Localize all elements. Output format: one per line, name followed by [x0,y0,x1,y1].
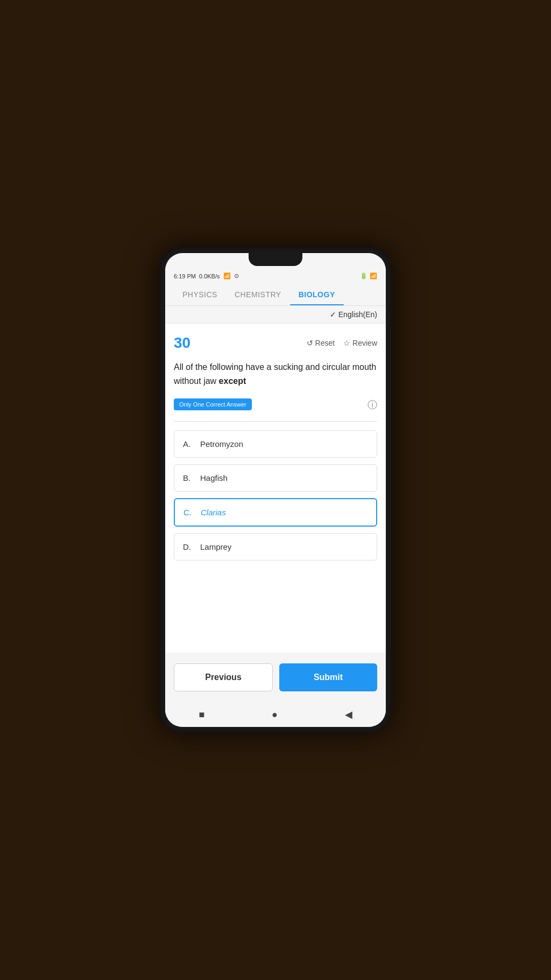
tab-physics[interactable]: PHYSICS [174,284,226,305]
status-left: 6:19 PM 0.0KB/s 📶 ⊙ [174,272,239,279]
question-text-part1: All of the following have a sucking and … [174,362,376,386]
option-d[interactable]: D. Lamprey [174,533,377,561]
reset-icon: ↺ [307,339,313,347]
battery-icon: 🔋 [360,272,368,279]
option-a-text: Petromyzon [200,439,243,449]
submit-button[interactable]: Submit [279,663,377,691]
language-selector[interactable]: ✓ English(En) [330,310,377,319]
main-content: 30 ↺ Reset ☆ Review All of the following… [165,324,386,653]
tab-chemistry[interactable]: CHEMISTRY [226,284,290,305]
signal-icon: 📶 [370,272,377,279]
home-icon[interactable]: ● [272,709,278,720]
reset-button[interactable]: ↺ Reset [307,339,335,347]
option-c-text: Clarias [201,508,226,517]
star-icon: ☆ [343,339,350,347]
previous-button[interactable]: Previous [174,663,273,691]
stop-icon[interactable]: ■ [199,709,204,720]
question-number: 30 [174,334,190,352]
bottom-actions: Previous Submit [165,653,386,702]
divider [174,421,377,422]
wifi-icon: 📶 [223,272,231,279]
language-bar: ✓ English(En) [165,306,386,324]
phone-screen: 6:19 PM 0.0KB/s 📶 ⊙ 🔋 📶 PHYSICS CHEMISTR… [165,253,386,727]
option-a[interactable]: A. Petromyzon [174,430,377,458]
nav-bar: ■ ● ◀ [165,702,386,727]
answer-type-badge: Only One Correct Answer [174,398,252,410]
question-header: 30 ↺ Reset ☆ Review [174,334,377,352]
review-button[interactable]: ☆ Review [343,339,377,347]
option-c-label: C. [183,508,194,517]
tab-biology[interactable]: BIOLOGY [290,284,344,305]
option-a-label: A. [183,439,194,449]
check-icon: ✓ [330,310,336,319]
option-d-text: Lamprey [200,542,231,551]
option-c[interactable]: C. Clarias [174,498,377,527]
option-b-label: B. [183,473,194,482]
option-b-text: Hagfish [200,473,228,482]
network-speed: 0.0KB/s [199,273,220,279]
question-emphasis: except [219,376,246,386]
option-d-label: D. [183,542,194,551]
language-label: English(En) [338,310,377,319]
options-list: A. Petromyzon B. Hagfish C. Clarias D. L… [174,430,377,561]
tab-bar: PHYSICS CHEMISTRY BIOLOGY [165,284,386,306]
question-text: All of the following have a sucking and … [174,360,377,388]
review-label: Review [352,339,377,347]
option-b[interactable]: B. Hagfish [174,464,377,492]
status-right: 🔋 📶 [360,272,377,279]
time-display: 6:19 PM [174,273,196,279]
status-bar: 6:19 PM 0.0KB/s 📶 ⊙ 🔋 📶 [165,268,386,284]
reset-label: Reset [315,339,335,347]
camera-icon: ⊙ [234,272,239,279]
answer-type-container: Only One Correct Answer ⓘ [174,398,377,415]
back-icon[interactable]: ◀ [345,709,352,720]
notch [249,253,302,266]
info-icon[interactable]: ⓘ [368,398,377,411]
question-actions: ↺ Reset ☆ Review [307,339,377,347]
phone-frame: 6:19 PM 0.0KB/s 📶 ⊙ 🔋 📶 PHYSICS CHEMISTR… [160,248,391,732]
